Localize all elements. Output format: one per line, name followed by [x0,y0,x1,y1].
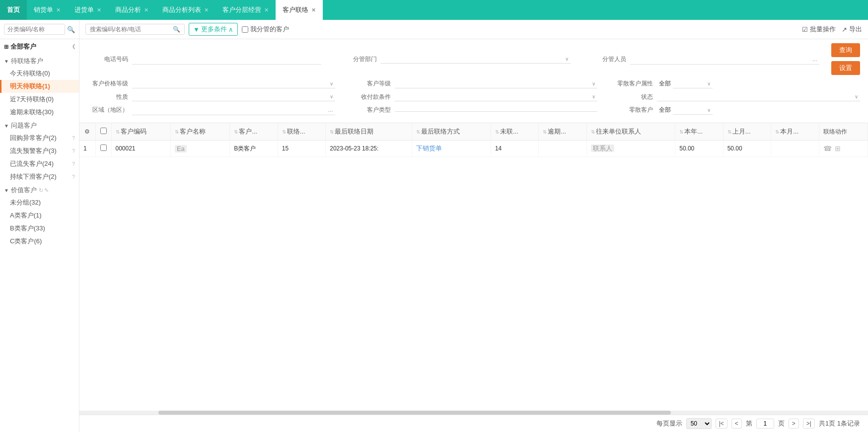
export-button[interactable]: ↗ 导出 [842,25,862,34]
sidebar-item-declining[interactable]: 持续下滑客户(2) ? [0,170,79,183]
help-icon-3[interactable]: ? [72,161,75,167]
batch-op-button[interactable]: ☑ 批量操作 [802,25,836,34]
cell-contact-count: 15 [278,141,325,157]
help-icon-4[interactable]: ? [72,174,75,180]
sort-icon-date: ⇅ [330,129,334,135]
grid-action-icon[interactable]: ⊞ [835,144,841,152]
cell-code: 000021 [111,141,170,157]
sort-icon-code: ⇅ [116,129,120,135]
col-checkbox[interactable] [95,123,111,141]
help-icon-2[interactable]: ? [72,148,75,154]
retail-attribute-select[interactable]: ∨ [673,79,713,88]
sidebar-item-today[interactable]: 今天待联络(0) [0,67,79,80]
more-conditions-button[interactable]: ▼ 更多条件 ∧ [189,23,238,36]
page-size-select[interactable]: 50 100 200 [686,418,712,429]
phone-action-icon[interactable]: ☎ [823,144,832,152]
department-select[interactable]: ∨ [381,55,570,64]
table-header-row: ⚙ ⇅客户编码 ⇅客户名称 ⇅客户... ⇅联络... ⇅最后联络日期 ⇅最后联… [79,123,868,141]
settings-button[interactable]: 设置 [831,61,860,75]
close-goods-analysis-list-icon[interactable]: ✕ [204,7,209,13]
customer-name-blurred: Ea [175,145,187,152]
manager-select[interactable]: ... [630,54,819,65]
customer-type-select[interactable] [395,108,598,112]
department-label: 分管部门 [336,55,381,64]
phone-input[interactable] [132,54,321,65]
contact-method-link[interactable]: 下销货单 [416,144,442,152]
nav-home[interactable]: 首页 [0,0,27,20]
all-customers-header[interactable]: ⊞ 全部客户 《 [0,39,79,54]
cell-this-year: 50.00 [675,141,723,157]
sidebar-group-pending-contact[interactable]: ▼ 待联络客户 [0,54,79,67]
sort-icon-thismonth: ⇅ [775,129,779,135]
region-select[interactable]: ... [132,105,335,115]
nav-purchase[interactable]: 进货单 ✕ [68,0,108,20]
nav-goods-analysis-list[interactable]: 商品分析列表 ✕ [155,0,216,20]
nature-select[interactable]: ∨ [132,92,335,101]
payment-terms-select[interactable]: ∨ [395,92,598,101]
nav-goods-analysis[interactable]: 商品分析 ✕ [108,0,155,20]
retail-customer-field: 零散客户 全部 ∨ [612,104,860,116]
nature-label: 性质 [87,93,132,101]
sidebar-item-class-b[interactable]: B类客户(33) [0,222,79,235]
scrollbar-thumb[interactable] [158,411,671,415]
arrow-down-icon-2: ▼ [4,123,9,129]
sidebar-group-problem[interactable]: ▼ 问题客户 [0,119,79,132]
search-icon[interactable]: 🔍 [173,26,180,33]
close-customer-contact-icon[interactable]: ✕ [311,7,316,13]
nav-customer-tier[interactable]: 客户分层经营 ✕ [216,0,276,20]
prev-page-button[interactable]: < [731,419,742,429]
nav-customer-contact[interactable]: 客户联络 ✕ [276,0,323,20]
cell-no-contact-days: 14 [491,141,538,157]
my-customers-checkbox[interactable] [242,26,248,33]
col-settings[interactable]: ⚙ [79,123,95,141]
sidebar-item-class-c[interactable]: C类客户(6) [0,235,79,248]
sidebar-search-icon[interactable]: 🔍 [67,26,75,33]
retail-customer-select[interactable]: ∨ [673,106,713,115]
collapse-icon[interactable]: 《 [70,43,75,51]
filter-search-input[interactable] [90,26,173,33]
last-page-button[interactable]: >| [803,419,815,429]
col-contact-person: ⇅往来单位联系人 [586,123,675,141]
row-checkbox[interactable] [100,144,107,151]
sidebar-item-repurchase[interactable]: 回购异常客户(2) ? [0,132,79,144]
close-purchase-icon[interactable]: ✕ [97,7,101,13]
next-page-button[interactable]: > [789,419,799,429]
phone-label: 电话号码 [87,55,132,64]
sidebar-item-overdue[interactable]: 逾期未联络(30) [0,106,79,119]
sidebar-item-week[interactable]: 近7天待联络(0) [0,93,79,106]
help-icon-1[interactable]: ? [72,135,75,141]
sidebar-group-value[interactable]: ▼ 价值客户 ↻ ✎ [0,183,79,196]
page-number-input[interactable] [756,419,774,429]
first-page-button[interactable]: |< [716,419,727,429]
sidebar-search-input[interactable] [4,24,65,35]
customer-type-field: 客户类型 [350,106,598,114]
horizontal-scrollbar[interactable] [79,411,868,415]
page-size-label: 每页显示 [656,419,682,428]
customer-level-select[interactable]: ∨ [395,79,598,88]
chevron-down-icon: ∨ [565,56,569,62]
status-select[interactable]: ∨ [657,92,860,101]
my-customers-checkbox-area[interactable]: 我分管的客户 [242,25,289,34]
chevron-down-icon-4: ∨ [707,81,711,86]
close-customer-tier-icon[interactable]: ✕ [264,7,269,13]
cell-this-month [771,141,819,157]
customer-level-label: 客户等级 [350,79,395,88]
customer-price-level-select[interactable]: ∨ [132,79,335,88]
close-sales-icon[interactable]: ✕ [56,7,61,13]
cell-last-month: 50.00 [723,141,771,157]
sidebar-item-churned[interactable]: 已流失客户(24) ? [0,157,79,170]
cell-checkbox[interactable] [95,141,111,157]
query-button[interactable]: 查询 [831,43,860,57]
sidebar-item-class-a[interactable]: A类客户(1) [0,209,79,222]
action-icons: ☎ ⊞ [823,144,864,152]
sidebar-item-churn-warning[interactable]: 流失预警客户(3) ? [0,144,79,157]
nav-sales[interactable]: 销货单 ✕ [27,0,68,20]
sidebar-item-ungrouped[interactable]: 未分组(32) [0,196,79,209]
select-all-checkbox[interactable] [100,128,107,134]
refresh-icon[interactable]: ↻ [39,187,43,194]
edit-icon[interactable]: ✎ [44,187,49,194]
close-goods-analysis-icon[interactable]: ✕ [144,7,148,13]
col-overdue: ⇅逾期... [539,123,586,141]
sidebar-item-tomorrow[interactable]: 明天待联络(1) [0,80,79,93]
chevron-down-icon-2: ∨ [330,81,333,86]
